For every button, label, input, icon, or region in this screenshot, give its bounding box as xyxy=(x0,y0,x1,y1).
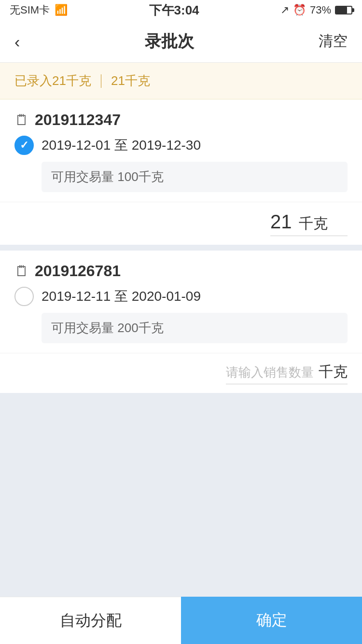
batch1-doc-icon: 🗒 xyxy=(14,112,29,128)
back-button[interactable]: ‹ xyxy=(14,33,20,50)
page-title: 录批次 xyxy=(145,30,194,53)
clear-button[interactable]: 清空 xyxy=(319,31,348,51)
battery-fill xyxy=(336,7,347,14)
status-bar: 无SIM卡 📶 下午3:04 ↗ ⏰ 73% xyxy=(0,0,362,20)
status-left: 无SIM卡 📶 xyxy=(10,3,68,17)
separator1 xyxy=(0,245,362,251)
batch2-available: 可用交易量 200千克 xyxy=(42,313,348,343)
batch2-id: 2019126781 xyxy=(35,262,121,280)
confirm-button[interactable]: 确定 xyxy=(181,597,362,644)
wifi-icon: 📶 xyxy=(55,4,68,16)
status-right: ↗ ⏰ 73% xyxy=(280,4,352,16)
gray-area xyxy=(0,393,362,625)
batch2-input-unit: 千克 xyxy=(319,362,348,382)
banner-divider xyxy=(101,74,101,88)
alarm-icon: ⏰ xyxy=(293,4,306,16)
batch2-input-row[interactable]: 请输入销售数量 千克 xyxy=(0,353,362,393)
battery-bar xyxy=(335,6,352,14)
batch1-amount-unit: 千克 xyxy=(299,215,328,231)
batch1-date: 2019-12-01 至 2019-12-30 xyxy=(42,136,201,154)
auto-distribute-button[interactable]: 自动分配 xyxy=(0,597,181,644)
batch2-input-underline[interactable]: 请输入销售数量 千克 xyxy=(226,362,348,384)
no-sim-text: 无SIM卡 xyxy=(10,3,50,17)
batch1-date-row[interactable]: 2019-12-01 至 2019-12-30 xyxy=(14,136,348,155)
batch1-amount-number: 21 xyxy=(270,211,292,232)
batch1-amount-underline: 21 千克 xyxy=(270,211,348,236)
batch-item-1: 🗒 2019112347 2019-12-01 至 2019-12-30 可用交… xyxy=(0,99,362,202)
batch2-date-row[interactable]: 2019-12-11 至 2020-01-09 xyxy=(14,287,348,306)
batch1-radio[interactable] xyxy=(14,136,34,155)
batch2-doc-icon: 🗒 xyxy=(14,263,29,280)
bottom-bar: 自动分配 确定 xyxy=(0,597,362,644)
recorded-label: 已录入21千克 xyxy=(14,72,91,89)
battery-percent: 73% xyxy=(310,4,331,16)
batch2-input-placeholder[interactable]: 请输入销售数量 xyxy=(226,364,314,381)
recorded-value: 21千克 xyxy=(111,72,150,89)
batch-item-2: 🗒 2019126781 2019-12-11 至 2020-01-09 可用交… xyxy=(0,251,362,353)
status-time: 下午3:04 xyxy=(149,2,199,19)
batch1-available: 可用交易量 100千克 xyxy=(42,162,348,192)
batch2-header: 🗒 2019126781 xyxy=(14,262,348,280)
batch1-amount-row: 21 千克 xyxy=(0,202,362,245)
batch2-date: 2019-12-11 至 2020-01-09 xyxy=(42,287,201,306)
nav-bar: ‹ 录批次 清空 xyxy=(0,20,362,63)
batch2-radio[interactable] xyxy=(14,287,34,306)
batch1-id: 2019112347 xyxy=(35,111,121,129)
batch1-header: 🗒 2019112347 xyxy=(14,111,348,129)
location-icon: ↗ xyxy=(280,4,289,16)
info-banner: 已录入21千克 21千克 xyxy=(0,63,362,99)
